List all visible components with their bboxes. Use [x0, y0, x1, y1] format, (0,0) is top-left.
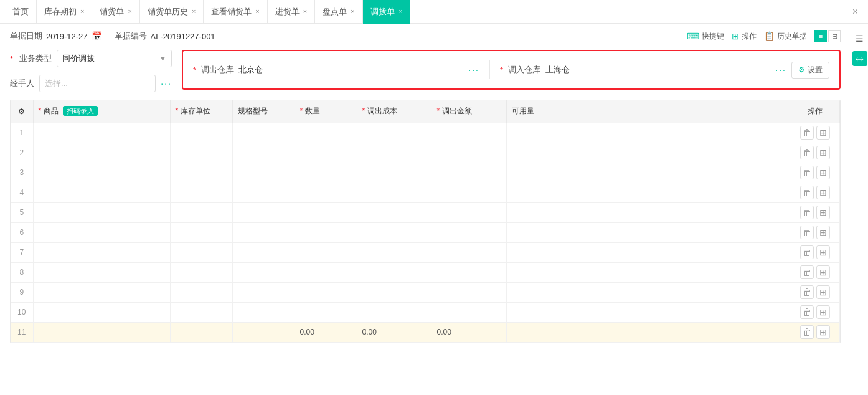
out-warehouse-more-button[interactable]: ···: [468, 65, 479, 75]
tab-view-sales-close[interactable]: ×: [255, 8, 259, 15]
handler-more-button[interactable]: ···: [161, 79, 172, 88]
sidebar-list-icon-button[interactable]: ☰: [852, 31, 867, 46]
tab-inventory-init[interactable]: 库存期初 ×: [37, 0, 92, 24]
tab-transfer-close[interactable]: ×: [399, 8, 402, 15]
row-unit[interactable]: [170, 202, 232, 222]
copy-row-button[interactable]: ⊞: [816, 265, 830, 279]
row-amount[interactable]: [432, 123, 506, 143]
row-qty[interactable]: [295, 143, 357, 163]
row-product[interactable]: [33, 123, 170, 143]
row-spec[interactable]: [232, 143, 295, 163]
row-qty[interactable]: [295, 123, 357, 143]
row-product[interactable]: [33, 163, 170, 183]
row-qty[interactable]: [295, 222, 357, 242]
row-product[interactable]: [33, 143, 170, 163]
in-warehouse-more-button[interactable]: ···: [775, 65, 786, 75]
operations-button[interactable]: ⊞ 操作: [732, 31, 757, 42]
row-unit[interactable]: [170, 242, 232, 262]
copy-row-button[interactable]: ⊞: [816, 166, 830, 179]
row-spec[interactable]: [232, 183, 295, 202]
tab-transfer[interactable]: 调拨单 ×: [363, 0, 410, 24]
delete-row-button[interactable]: 🗑: [800, 245, 814, 259]
row-amount[interactable]: [432, 242, 506, 262]
row-qty[interactable]: [295, 302, 357, 322]
row-product[interactable]: [33, 222, 170, 242]
layout-list-button[interactable]: ≡: [814, 30, 827, 42]
row-amount[interactable]: [432, 163, 506, 183]
row-product[interactable]: [33, 302, 170, 322]
row-cost[interactable]: [357, 123, 432, 143]
th-gear[interactable]: ⚙: [11, 100, 33, 123]
shortcuts-button[interactable]: ⌨ 快捷键: [687, 31, 724, 42]
tab-sales-history[interactable]: 销货单历史 ×: [140, 0, 204, 24]
delete-row-button[interactable]: 🗑: [800, 285, 814, 299]
row-product[interactable]: [33, 202, 170, 222]
copy-row-button[interactable]: ⊞: [816, 325, 830, 339]
row-amount[interactable]: [432, 202, 506, 222]
layout-grid-button[interactable]: ⊟: [828, 30, 841, 42]
row-qty[interactable]: [295, 202, 357, 222]
sidebar-expand-icon-button[interactable]: ⤢: [852, 51, 867, 66]
row-qty[interactable]: [295, 163, 357, 183]
row-unit[interactable]: [170, 222, 232, 242]
delete-row-button[interactable]: 🗑: [800, 126, 814, 140]
scan-button[interactable]: 扫码录入: [63, 106, 98, 116]
row-unit[interactable]: [170, 143, 232, 163]
row-cost[interactable]: [357, 282, 432, 302]
row-unit[interactable]: [170, 282, 232, 302]
copy-row-button[interactable]: ⊞: [816, 226, 830, 239]
row-amount[interactable]: [432, 222, 506, 242]
copy-row-button[interactable]: ⊞: [816, 146, 830, 159]
row-amount[interactable]: [432, 262, 506, 282]
row-spec[interactable]: [232, 262, 295, 282]
row-cost[interactable]: [357, 222, 432, 242]
row-amount[interactable]: [432, 183, 506, 202]
copy-row-button[interactable]: ⊞: [816, 126, 830, 140]
calendar-icon[interactable]: 📅: [92, 31, 102, 41]
row-unit[interactable]: [170, 262, 232, 282]
copy-row-button[interactable]: ⊞: [816, 206, 830, 219]
tab-sales-history-close[interactable]: ×: [192, 8, 196, 15]
row-cost[interactable]: [357, 262, 432, 282]
delete-row-button[interactable]: 🗑: [800, 206, 814, 219]
row-qty[interactable]: [295, 262, 357, 282]
row-cost[interactable]: [357, 143, 432, 163]
handler-select[interactable]: 选择...: [39, 75, 156, 92]
row-spec[interactable]: [232, 242, 295, 262]
history-button[interactable]: 📋 历史单据: [764, 31, 807, 42]
delete-row-button[interactable]: 🗑: [800, 305, 814, 319]
copy-row-button[interactable]: ⊞: [816, 305, 830, 319]
tab-stocktake[interactable]: 盘点单 ×: [315, 0, 362, 24]
tab-sales-order[interactable]: 销货单 ×: [92, 0, 139, 24]
tab-sales-order-close[interactable]: ×: [128, 8, 131, 15]
row-product[interactable]: [33, 242, 170, 262]
row-cost[interactable]: [357, 242, 432, 262]
delete-row-button[interactable]: 🗑: [800, 186, 814, 199]
row-qty[interactable]: [295, 183, 357, 202]
delete-row-button[interactable]: 🗑: [800, 325, 814, 339]
copy-row-button[interactable]: ⊞: [816, 285, 830, 299]
row-spec[interactable]: [232, 282, 295, 302]
tab-home[interactable]: 首页: [5, 0, 37, 24]
row-spec[interactable]: [232, 222, 295, 242]
settings-button[interactable]: ⚙ 设置: [791, 62, 829, 79]
row-unit[interactable]: [170, 302, 232, 322]
row-cost[interactable]: [357, 183, 432, 202]
row-amount[interactable]: [432, 143, 506, 163]
delete-row-button[interactable]: 🗑: [800, 146, 814, 159]
tab-inventory-init-close[interactable]: ×: [80, 8, 84, 15]
row-unit[interactable]: [170, 163, 232, 183]
row-amount[interactable]: [432, 282, 506, 302]
row-spec[interactable]: [232, 202, 295, 222]
row-product[interactable]: [33, 282, 170, 302]
tab-view-sales[interactable]: 查看销货单 ×: [204, 0, 267, 24]
tab-stocktake-close[interactable]: ×: [351, 8, 354, 15]
row-unit[interactable]: [170, 123, 232, 143]
delete-row-button[interactable]: 🗑: [800, 265, 814, 279]
close-all-tabs[interactable]: ×: [847, 6, 863, 17]
row-product[interactable]: [33, 262, 170, 282]
row-unit[interactable]: [170, 183, 232, 202]
row-cost[interactable]: [357, 202, 432, 222]
delete-row-button[interactable]: 🗑: [800, 226, 814, 239]
row-spec[interactable]: [232, 163, 295, 183]
